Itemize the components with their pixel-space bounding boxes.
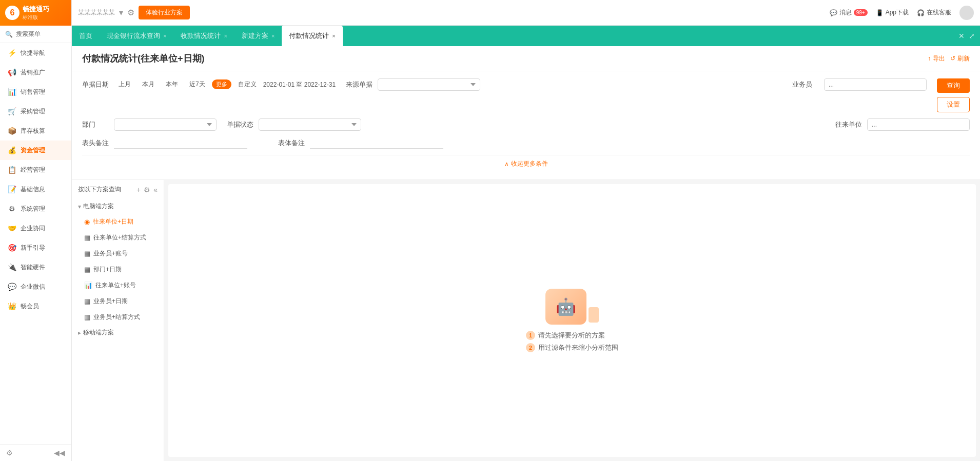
online-service-btn[interactable]: 🎧 在线客服 — [917, 8, 951, 17]
sidebar-item-quick-nav-label: 快捷导航 — [21, 49, 45, 57]
tab-new-scheme[interactable]: 新建方案 × — [234, 26, 282, 46]
tab-new-scheme-close[interactable]: × — [271, 33, 275, 39]
scheme-item-counterpart-account[interactable]: 📊 往来单位+账号 — [72, 277, 164, 293]
collapse-icon: ∧ — [504, 161, 509, 168]
scheme-group-mobile-header[interactable]: 移动端方案 — [72, 325, 164, 340]
filter-doc-status-select[interactable] — [259, 118, 361, 131]
sidebar-item-inventory[interactable]: 📦 库存核算 — [0, 121, 71, 141]
sidebar-subtitle: 标准版 — [23, 14, 49, 21]
purchase-icon: 🛒 — [7, 107, 16, 116]
notifications-badge: 99+ — [854, 9, 868, 16]
page-actions: ↑ 导出 ↺ 刷新 — [928, 54, 970, 63]
filter-row-2: 部门 单据状态 — [82, 118, 970, 131]
sidebar-item-smart-hw[interactable]: 🔌 智能硬件 — [0, 257, 71, 277]
filter-source-select[interactable] — [378, 78, 480, 91]
topbar-right: 💬 消息 99+ 📱 App下载 🎧 在线客服 — [830, 6, 974, 20]
sidebar-item-operation[interactable]: 📋 经营管理 — [0, 160, 71, 179]
empty-illustration: 🤖 1 请先选择要分析的方案 2 用过滤条件来缩小分析范围 — [526, 289, 618, 352]
quick-nav-icon: ⚡ — [7, 48, 16, 57]
footer-collapse-button[interactable]: ◀◀ — [54, 449, 65, 457]
scheme-item-counterpart-date[interactable]: ◉ 往来单位+日期 — [72, 214, 164, 230]
tab-payment-stat[interactable]: 付款情况统计 × — [282, 26, 342, 46]
tab-close-all-icon[interactable]: ✕ — [958, 32, 965, 40]
search-icon: 🔍 — [5, 31, 13, 38]
scheme-add-button[interactable]: + — [136, 186, 141, 194]
scheme-group-desktop-header[interactable]: 电脑端方案 — [72, 199, 164, 214]
scheme-item-counterpart-settle-icon: ▦ — [84, 234, 90, 242]
filter-related-unit-label: 往来单位 — [835, 120, 864, 129]
tab-cash-bank-close[interactable]: × — [163, 33, 166, 39]
export-btn[interactable]: ↑ 导出 — [928, 54, 945, 63]
filter-row-3: 表头备注 表体备注 — [82, 137, 970, 149]
date-btn-more[interactable]: 更多 — [212, 79, 231, 89]
empty-robot: 🤖 — [545, 289, 586, 325]
scheme-item-dept-date-icon: ▦ — [84, 266, 90, 273]
tab-receipts-stat-close[interactable]: × — [224, 33, 227, 39]
refresh-btn[interactable]: ↺ 刷新 — [950, 54, 970, 63]
filter-dept-select[interactable] — [114, 118, 217, 131]
scheme-collapse-button[interactable]: « — [153, 186, 158, 194]
sidebar-item-guide[interactable]: 🎯 新手引导 — [0, 238, 71, 257]
empty-tip-2: 2 用过滤条件来缩小分析范围 — [526, 343, 618, 352]
date-range-text: 2022-01-01 至 2022-12-31 — [263, 81, 336, 89]
scheme-desktop-label: 电脑端方案 — [83, 202, 114, 211]
scheme-item-staff-date[interactable]: ▦ 业务员+日期 — [72, 293, 164, 309]
collapse-label: 收起更多条件 — [511, 159, 548, 168]
user-avatar[interactable] — [959, 6, 974, 20]
date-btn-this-year[interactable]: 本年 — [161, 78, 183, 90]
scheme-mobile-toggle — [78, 329, 81, 336]
empty-tips: 1 请先选择要分析的方案 2 用过滤条件来缩小分析范围 — [526, 331, 618, 352]
date-btn-this-month[interactable]: 本月 — [138, 78, 159, 90]
filter-body-note-input[interactable] — [310, 137, 443, 149]
scheme-item-counterpart-settle[interactable]: ▦ 往来单位+结算方式 — [72, 230, 164, 246]
topbar-gear-icon[interactable]: ⚙ — [127, 8, 134, 17]
scheme-item-staff-settle[interactable]: ▦ 业务员+结算方式 — [72, 309, 164, 325]
sidebar-item-membership[interactable]: 👑 畅会员 — [0, 296, 71, 316]
online-service-label: 在线客服 — [927, 8, 951, 17]
date-btn-last-7d[interactable]: 近7天 — [185, 78, 210, 90]
sidebar-search[interactable]: 🔍 搜索菜单 — [0, 26, 71, 43]
scheme-item-dept-date[interactable]: ▦ 部门+日期 — [72, 262, 164, 277]
collapse-bar[interactable]: ∧ 收起更多条件 — [82, 155, 970, 172]
notifications-btn[interactable]: 💬 消息 99+ — [830, 8, 868, 17]
settings-button[interactable]: 设置 — [937, 97, 970, 112]
sidebar-item-sales[interactable]: 📊 销售管理 — [0, 82, 71, 102]
scheme-settings-button[interactable]: ⚙ — [144, 186, 150, 194]
sidebar-item-wechat[interactable]: 💬 企业微信 — [0, 277, 71, 296]
tab-home[interactable]: 首页 — [72, 26, 100, 46]
date-btn-last-month[interactable]: 上月 — [114, 78, 135, 90]
sidebar-item-basic-info[interactable]: 📝 基础信息 — [0, 179, 71, 199]
refresh-label: 刷新 — [957, 54, 970, 63]
empty-robot-wrapper: 🤖 — [545, 289, 599, 325]
sidebar-item-finance[interactable]: 💰 资金管理 — [0, 141, 71, 160]
app-download-btn[interactable]: 📱 App下载 — [876, 8, 909, 17]
system-icon: ⚙ — [7, 204, 16, 213]
sidebar-item-inventory-label: 库存核算 — [21, 127, 45, 135]
filter-staff-item: 业务员 — [792, 78, 927, 91]
tab-cash-bank[interactable]: 现金银行流水查询 × — [100, 26, 173, 46]
date-btn-custom[interactable]: 自定义 — [233, 78, 261, 90]
filter-header-note-input[interactable] — [114, 137, 247, 149]
sidebar-item-purchase[interactable]: 🛒 采购管理 — [0, 102, 71, 121]
tab-receipts-stat[interactable]: 收款情况统计 × — [173, 26, 234, 46]
footer-settings-button[interactable]: ⚙ — [6, 449, 13, 457]
sidebar-item-marketing[interactable]: 📢 营销推广 — [0, 63, 71, 82]
empty-tip-1: 1 请先选择要分析的方案 — [526, 331, 618, 340]
guide-icon: 🎯 — [7, 243, 16, 252]
filter-related-unit-input[interactable] — [867, 118, 970, 131]
sidebar-item-company-coop[interactable]: 🤝 企业协同 — [0, 218, 71, 238]
tab-expand-icon[interactable]: ⤢ — [969, 32, 975, 40]
tab-home-label: 首页 — [79, 31, 92, 41]
tab-payment-stat-close[interactable]: × — [332, 33, 335, 39]
sidebar-item-quick-nav[interactable]: ⚡ 快捷导航 — [0, 43, 71, 63]
topbar-settings-icon[interactable]: ▾ — [119, 8, 123, 17]
scheme-item-staff-account[interactable]: ▦ 业务员+账号 — [72, 246, 164, 262]
filter-body-note-label: 表体备注 — [278, 138, 307, 148]
trial-btn[interactable]: 体验行业方案 — [139, 6, 190, 19]
scheme-item-staff-date-label: 业务员+日期 — [93, 297, 128, 306]
query-button[interactable]: 查询 — [937, 78, 970, 93]
filter-staff-input[interactable] — [824, 78, 927, 91]
sidebar-item-system[interactable]: ⚙ 系统管理 — [0, 199, 71, 218]
tip-num-1: 1 — [526, 331, 535, 340]
scheme-mobile-label: 移动端方案 — [83, 328, 114, 337]
